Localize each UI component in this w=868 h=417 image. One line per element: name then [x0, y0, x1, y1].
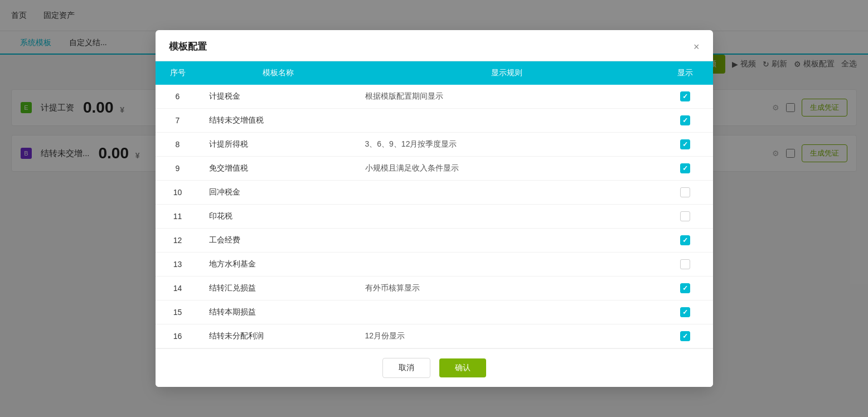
row-no: 11 — [156, 205, 200, 229]
row-name: 印花税 — [200, 205, 356, 229]
row-rule — [356, 229, 657, 253]
row-name: 工会经费 — [200, 229, 356, 253]
display-checkbox[interactable] — [680, 115, 690, 125]
display-checkbox[interactable] — [680, 139, 690, 149]
col-header-name: 模板名称 — [200, 61, 356, 85]
row-display[interactable] — [657, 133, 713, 157]
table-row: 9免交增值税小规模且满足收入条件显示 — [156, 157, 713, 181]
row-rule: 12月份显示 — [356, 324, 657, 348]
table-row: 13地方水利基金 — [156, 253, 713, 277]
display-checkbox[interactable] — [680, 307, 690, 317]
row-name: 结转本期损益 — [200, 300, 356, 324]
col-header-rule: 显示规则 — [356, 61, 657, 85]
cancel-button[interactable]: 取消 — [382, 358, 430, 378]
row-name: 计提税金 — [200, 85, 356, 109]
display-checkbox[interactable] — [680, 331, 690, 341]
row-rule: 有外币核算显示 — [356, 277, 657, 300]
row-name: 结转未分配利润 — [200, 324, 356, 348]
row-no: 10 — [156, 181, 200, 205]
modal-overlay: 模板配置 × 序号 模板名称 显示规则 显示 6计提税金根据模版配置期间显示7结… — [0, 0, 868, 417]
display-checkbox[interactable] — [680, 91, 690, 101]
row-rule: 根据模版配置期间显示 — [356, 85, 657, 109]
display-checkbox[interactable] — [680, 163, 690, 173]
table-row: 11印花税 — [156, 205, 713, 229]
row-display[interactable] — [657, 109, 713, 133]
table-row: 8计提所得税3、6、9、12月按季度显示 — [156, 133, 713, 157]
table-row: 16结转未分配利润12月份显示 — [156, 324, 713, 348]
confirm-button[interactable]: 确认 — [439, 358, 486, 377]
row-name: 结转未交增值税 — [200, 109, 356, 133]
row-no: 6 — [156, 85, 200, 109]
dialog-close-button[interactable]: × — [694, 42, 700, 52]
col-header-no: 序号 — [156, 61, 200, 85]
row-display[interactable] — [657, 324, 713, 348]
row-rule — [356, 205, 657, 229]
row-rule — [356, 300, 657, 324]
template-config-dialog: 模板配置 × 序号 模板名称 显示规则 显示 6计提税金根据模版配置期间显示7结… — [156, 30, 713, 387]
row-rule: 小规模且满足收入条件显示 — [356, 157, 657, 181]
row-name: 回冲税金 — [200, 181, 356, 205]
row-display[interactable] — [657, 277, 713, 300]
display-checkbox[interactable] — [680, 235, 690, 245]
col-header-display: 显示 — [657, 61, 713, 85]
row-name: 结转汇兑损益 — [200, 277, 356, 300]
row-rule — [356, 253, 657, 277]
row-name: 免交增值税 — [200, 157, 356, 181]
template-table: 序号 模板名称 显示规则 显示 6计提税金根据模版配置期间显示7结转未交增值税8… — [156, 61, 713, 348]
table-row: 6计提税金根据模版配置期间显示 — [156, 85, 713, 109]
display-checkbox[interactable] — [680, 187, 690, 197]
row-rule — [356, 109, 657, 133]
row-no: 7 — [156, 109, 200, 133]
display-checkbox[interactable] — [680, 211, 690, 221]
row-name: 地方水利基金 — [200, 253, 356, 277]
table-row: 10回冲税金 — [156, 181, 713, 205]
table-row: 7结转未交增值税 — [156, 109, 713, 133]
row-display[interactable] — [657, 300, 713, 324]
row-display[interactable] — [657, 253, 713, 277]
row-no: 9 — [156, 157, 200, 181]
table-row: 14结转汇兑损益有外币核算显示 — [156, 277, 713, 300]
row-display[interactable] — [657, 229, 713, 253]
table-scroll-area[interactable]: 序号 模板名称 显示规则 显示 6计提税金根据模版配置期间显示7结转未交增值税8… — [156, 61, 713, 348]
row-name: 计提所得税 — [200, 133, 356, 157]
table-row: 12工会经费 — [156, 229, 713, 253]
row-no: 8 — [156, 133, 200, 157]
row-no: 15 — [156, 300, 200, 324]
row-no: 12 — [156, 229, 200, 253]
row-rule — [356, 181, 657, 205]
dialog-header: 模板配置 × — [156, 30, 713, 61]
display-checkbox[interactable] — [680, 283, 690, 293]
row-no: 16 — [156, 324, 200, 348]
display-checkbox[interactable] — [680, 259, 690, 269]
row-no: 14 — [156, 277, 200, 300]
dialog-footer: 取消 确认 — [156, 348, 713, 387]
row-display[interactable] — [657, 85, 713, 109]
row-display[interactable] — [657, 205, 713, 229]
dialog-title: 模板配置 — [169, 40, 207, 53]
table-row: 15结转本期损益 — [156, 300, 713, 324]
row-display[interactable] — [657, 157, 713, 181]
table-body: 6计提税金根据模版配置期间显示7结转未交增值税8计提所得税3、6、9、12月按季… — [156, 85, 713, 348]
row-rule: 3、6、9、12月按季度显示 — [356, 133, 657, 157]
table-header: 序号 模板名称 显示规则 显示 — [156, 61, 713, 85]
row-display[interactable] — [657, 181, 713, 205]
row-no: 13 — [156, 253, 200, 277]
